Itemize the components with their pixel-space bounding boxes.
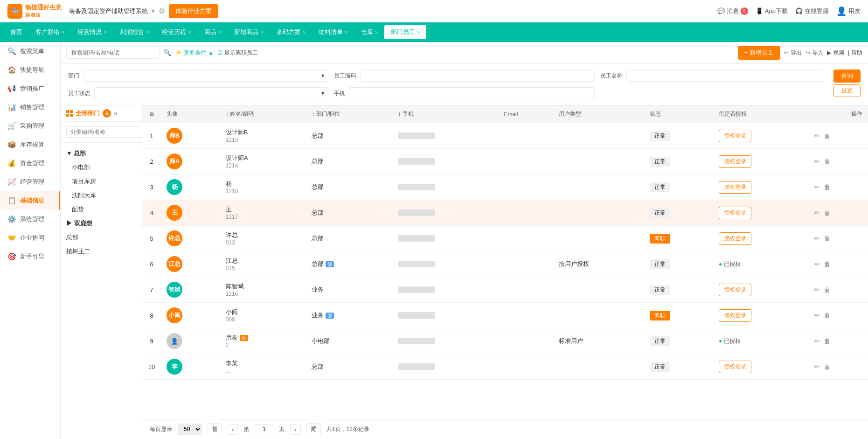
edit-icon[interactable]: ✏ [814, 183, 820, 191]
dept-node-xiangmu[interactable]: 项目库房 [61, 174, 142, 188]
nav-tab-商品[interactable]: 商品× [198, 25, 228, 39]
page-number-input[interactable] [255, 424, 273, 434]
emp-name-input[interactable] [626, 70, 823, 82]
view-button[interactable]: ▶ 视频 [827, 49, 844, 57]
auth-button[interactable]: 授权登录 [719, 309, 751, 322]
dept-node-xiaodibu[interactable]: 小电部 [61, 160, 142, 174]
prev-page-btn[interactable]: ‹ [228, 424, 238, 435]
col-phone[interactable]: ↕ 手机 [392, 105, 498, 123]
filter-btn[interactable]: ⚡ 更多条件 ▲ [175, 49, 214, 57]
sidebar-item-采购管理[interactable]: 🛒采购管理 [0, 117, 60, 135]
sidebar-item-销售管理[interactable]: 📊销售管理 [0, 98, 60, 117]
edit-icon[interactable]: ✏ [814, 337, 820, 345]
sidebar-item-系统管理[interactable]: ⚙️系统管理 [0, 210, 60, 229]
app-download-btn[interactable]: 📱 App下载 [756, 7, 788, 15]
dept-select[interactable]: ▾ [83, 70, 328, 82]
col-name[interactable]: ↕ 姓名/编码 [220, 105, 306, 123]
delete-icon[interactable]: 🗑 [824, 183, 830, 191]
nav-tab-条码方案[interactable]: 条码方案× [270, 25, 312, 39]
sidebar-item-新手引导[interactable]: 🎯新手引导 [0, 247, 60, 266]
sidebar-item-营销推广[interactable]: 📢营销推广 [0, 79, 60, 98]
tab-close-icon[interactable]: × [188, 29, 191, 35]
edit-icon[interactable]: ✏ [814, 260, 820, 268]
sidebar-item-库存核算[interactable]: 📦库存核算 [0, 135, 60, 154]
nav-tab-客户联络[interactable]: 客户联络× [29, 25, 71, 39]
tab-close-icon[interactable]: × [417, 29, 420, 35]
delete-icon[interactable]: 🗑 [824, 260, 830, 268]
auth-button[interactable]: 授权登录 [719, 130, 751, 142]
message-btn[interactable]: 💬 消息 6 [717, 7, 748, 15]
tab-close-icon[interactable]: × [62, 29, 64, 35]
col-dept[interactable]: ↕ 部门/职位 [306, 105, 392, 123]
dept-search-input[interactable] [66, 126, 145, 138]
dept-node-zhishu[interactable]: 植树王二 [61, 244, 142, 258]
reset-button[interactable]: 设置 [833, 84, 861, 97]
sys-dropdown-icon[interactable]: ▾ [152, 7, 155, 14]
add-employee-button[interactable]: + 新增员工 [738, 46, 780, 60]
dept-node-zongbu2[interactable]: 总部 [61, 230, 142, 244]
auth-button[interactable]: 授权登录 [719, 207, 751, 219]
search-input[interactable] [66, 47, 160, 59]
last-page-btn[interactable]: 尾 [306, 423, 321, 435]
nav-tab-首页[interactable]: 首页 [4, 25, 29, 39]
tab-close-icon[interactable]: × [218, 29, 221, 35]
auth-button[interactable]: 授权登录 [719, 155, 751, 168]
sidebar-item-企业协同[interactable]: 🤝企业协同 [0, 229, 60, 247]
delete-icon[interactable]: 🗑 [824, 235, 830, 242]
edit-icon[interactable]: ✏ [814, 286, 820, 293]
edit-icon[interactable]: ✏ [814, 235, 820, 242]
emp-status-select[interactable]: ▾ [94, 87, 328, 99]
nav-tab-仓库[interactable]: 仓库× [354, 25, 384, 39]
edit-icon[interactable]: ✏ [814, 158, 820, 165]
nav-tab-新增商品[interactable]: 新增商品× [228, 25, 270, 39]
user-area[interactable]: 👤 用友 [836, 6, 861, 16]
help-button[interactable]: | 帮助 [848, 49, 862, 57]
nav-tab-经营情况[interactable]: 经营情况× [71, 25, 113, 39]
delete-icon[interactable]: 🗑 [824, 158, 830, 165]
tab-close-icon[interactable]: × [303, 29, 306, 35]
sidebar-item-资金管理[interactable]: 💰资金管理 [0, 154, 60, 173]
auth-button[interactable]: 授权登录 [719, 284, 751, 296]
edit-icon[interactable]: ✏ [814, 312, 820, 319]
dept-node-shenyang[interactable]: 沈阳大库 [61, 188, 142, 202]
edit-icon[interactable]: ✏ [814, 363, 820, 370]
nav-tab-部门员工[interactable]: 部门员工× [384, 25, 426, 39]
auth-button[interactable]: 授权登录 [719, 361, 751, 373]
delete-icon[interactable]: 🗑 [824, 132, 830, 139]
collapse-btn[interactable]: « [114, 110, 118, 117]
emp-code-input[interactable] [360, 70, 594, 82]
dept-node-shuangluxiang[interactable]: ▶ 双鹿想 [61, 216, 142, 230]
nav-tab-利润报告[interactable]: 利润报告× [113, 25, 155, 39]
online-service-btn[interactable]: 🎧 在线客服 [795, 7, 829, 15]
nav-tab-物料清单[interactable]: 物料清单× [312, 25, 354, 39]
next-page-btn[interactable]: › [290, 424, 300, 435]
edit-icon[interactable]: ✏ [814, 132, 820, 139]
sidebar-item-基础信息[interactable]: 📋基础信息 [0, 191, 60, 210]
col-settings[interactable]: ⚙ [142, 105, 161, 123]
show-resigned-toggle[interactable]: ☑ 显示离职员工 [217, 49, 258, 57]
dept-all-item[interactable]: 全部部门 6 « [61, 105, 142, 122]
delete-icon[interactable]: 🗑 [824, 337, 830, 345]
delete-icon[interactable]: 🗑 [824, 312, 830, 319]
nav-tab-经营历程[interactable]: 经营历程× [155, 25, 197, 39]
per-page-select[interactable]: 50 [178, 424, 202, 435]
delete-icon[interactable]: 🗑 [824, 209, 830, 216]
dept-node-zongbu-parent[interactable]: ▼ 总部 [61, 146, 142, 160]
settings-icon[interactable]: ⚙ [159, 7, 165, 15]
sidebar-item-经营管理[interactable]: 📈经营管理 [0, 173, 60, 191]
sidebar-item-搜索菜单[interactable]: 🔍搜索菜单 [0, 42, 60, 61]
phone-input[interactable] [349, 87, 594, 99]
edit-icon[interactable]: ✏ [814, 209, 820, 216]
export-button[interactable]: ↩ 导出 [784, 49, 802, 57]
delete-icon[interactable]: 🗑 [824, 363, 830, 370]
first-page-btn[interactable]: 首 [208, 423, 222, 435]
dept-node-peihuo[interactable]: 配货 [61, 202, 142, 216]
sidebar-item-快捷导航[interactable]: 🏠快捷导航 [0, 61, 60, 79]
query-button[interactable]: 查询 [833, 70, 861, 83]
tab-close-icon[interactable]: × [104, 29, 106, 35]
delete-icon[interactable]: 🗑 [824, 286, 830, 293]
tab-close-icon[interactable]: × [260, 29, 263, 35]
search-button[interactable]: 🔍 [163, 49, 171, 56]
auth-button[interactable]: 授权登录 [719, 181, 751, 194]
import-button[interactable]: ↪ 导入 [806, 49, 823, 57]
